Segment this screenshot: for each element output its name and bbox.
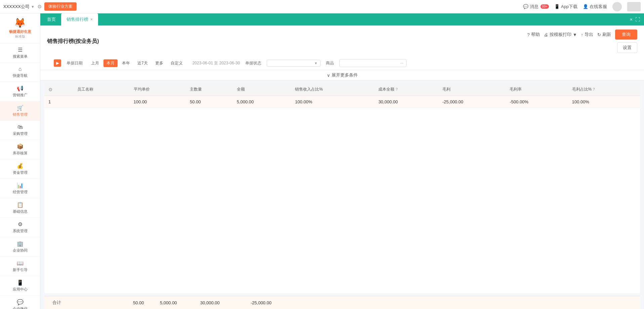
date-btn-custom[interactable]: 自定义 [168, 59, 186, 67]
sidebar-label-wechat: 企业微信 [13, 306, 28, 309]
status-label: 单据状态 [245, 60, 261, 66]
date-btn-7days[interactable]: 近7天 [134, 59, 151, 67]
sidebar-label-corp: 企业协同 [13, 248, 28, 253]
date-btn-more[interactable]: 更多 [152, 59, 166, 67]
sidebar-label-sales: 销售管理 [13, 112, 28, 117]
tab-maximize-icon[interactable]: ⛶ [635, 17, 640, 22]
sidebar-item-basic[interactable]: 📋 基础信息 [0, 198, 40, 218]
logo-icon: 🦊 [14, 17, 26, 29]
trial-button[interactable]: 体验行业方案 [44, 2, 77, 11]
sidebar-item-marketing[interactable]: 📢 营销推广 [0, 82, 40, 101]
page-header: 销售排行榜(按业务员) ? 帮助 🖨 按模板打印 ▼ [40, 25, 644, 70]
help-button[interactable]: ? 帮助 [527, 32, 540, 38]
goods-input[interactable]: ··· [339, 59, 406, 67]
sales-icon: 🛒 [17, 105, 24, 111]
sidebar-item-system[interactable]: ⚙ 系统管理 [0, 218, 40, 237]
finance-icon: 💰 [17, 163, 24, 169]
sidebar-item-corp[interactable]: 🏢 企业协同 [0, 237, 40, 257]
sidebar-logo: 🦊 畅捷通好生意 标准版 [0, 13, 40, 43]
col-avg-price: 平均单价 [130, 83, 186, 96]
date-btn-this-year[interactable]: 本年 [119, 59, 133, 67]
col-qty: 主数量 [186, 83, 233, 96]
message-button[interactable]: 💬 消息 99+ [523, 4, 549, 10]
sidebar-item-purchase[interactable]: 🛍 采购管理 [0, 121, 40, 140]
guide-icon: 📖 [17, 260, 24, 266]
cell-cost: 30,000.00 [374, 96, 438, 108]
sidebar-item-operation[interactable]: 📊 经营管理 [0, 179, 40, 198]
filter-toggle-btn[interactable]: ▶ [54, 59, 61, 67]
top-bar: XXXXXX公司 ▼ ⚙ 体验行业方案 💬 消息 99+ 📱 App下载 👤 在… [0, 0, 644, 13]
date-btn-this-month[interactable]: 本月 [103, 59, 118, 67]
gross-pct-help-icon[interactable]: ? [593, 87, 595, 91]
logo-sub: 标准版 [15, 34, 25, 39]
print-icon: 🖨 [544, 32, 548, 37]
avatar[interactable] [612, 2, 622, 11]
date-range: 2023-06-01 至 2023-06-30 [192, 60, 240, 66]
help-icon: ? [527, 32, 529, 37]
col-settings-icon[interactable]: ⚙ [48, 87, 53, 92]
status-select[interactable]: ▼ [267, 60, 320, 67]
cell-avg-price: 100.00 [130, 96, 186, 108]
sidebar-item-finance[interactable]: 💰 资金管理 [0, 159, 40, 179]
sidebar-label-search: 搜索菜单 [13, 54, 28, 59]
message-icon: 💬 [523, 4, 528, 9]
settings-button[interactable]: 设置 [617, 42, 637, 53]
refresh-icon: ↻ [597, 32, 601, 37]
home-icon: ⌂ [18, 66, 22, 72]
content-area: 首页 销售排行榜 × × ⛶ 销售排行榜(按业务员) ? [40, 13, 644, 309]
company-settings-icon[interactable]: ⚙ [37, 4, 42, 10]
data-table: ⚙ 员工名称 平均单价 主数量 全额 销售收入占比% 成本全额 ? 毛利 毛利率… [44, 83, 640, 108]
sidebar-label-finance: 资金管理 [13, 170, 28, 175]
goods-more-icon[interactable]: ··· [400, 61, 403, 65]
print-button[interactable]: 🖨 按模板打印 ▼ [544, 32, 577, 38]
purchase-icon: 🛍 [17, 124, 23, 130]
query-button[interactable]: 查询 [615, 30, 637, 40]
sidebar-item-apps[interactable]: 📱 应用中心 [0, 276, 40, 296]
main-layout: 🦊 畅捷通好生意 标准版 ☰ 搜索菜单 ⌂ 快捷导航 📢 营销推广 🛒 销售管理… [0, 13, 644, 309]
print-chevron-icon: ▼ [573, 32, 577, 37]
cell-qty: 50.00 [186, 96, 233, 108]
sidebar-label-purchase: 采购管理 [13, 131, 28, 136]
tab-close-icon[interactable]: × [90, 17, 93, 22]
company-name: XXXXXX公司 [3, 4, 30, 10]
sidebar-item-wechat[interactable]: 💬 企业微信 [0, 296, 40, 309]
expand-button[interactable]: ∨ 展开更多条件 [327, 72, 358, 78]
col-amount: 全额 [233, 83, 291, 96]
app-download-button[interactable]: 📱 App下载 [554, 4, 577, 10]
company-selector[interactable]: XXXXXX公司 ▼ [3, 4, 35, 10]
tab-home-label: 首页 [47, 16, 56, 22]
sidebar-label-quick: 快捷导航 [13, 73, 28, 78]
sidebar-label-operation: 经营管理 [13, 190, 28, 195]
cost-help-icon[interactable]: ? [396, 87, 398, 91]
filter-row: ▶ 单据日期 上月 本月 本年 近7天 更多 自定义 2023-06-01 至 … [47, 56, 637, 70]
search-menu-icon: ☰ [18, 47, 23, 53]
wechat-icon: 💬 [17, 299, 24, 305]
col-gross: 毛利 [438, 83, 506, 96]
expand-row[interactable]: ∨ 展开更多条件 [40, 70, 644, 81]
company-chevron-icon: ▼ [31, 5, 35, 9]
cell-gross-pct: 100.00% [568, 96, 640, 108]
tab-home[interactable]: 首页 [42, 13, 61, 25]
refresh-button[interactable]: ↻ 刷新 [597, 32, 611, 38]
tab-minimize-icon[interactable]: × [630, 17, 633, 22]
sidebar-item-sales[interactable]: 🛒 销售管理 [0, 101, 40, 121]
inventory-icon: 📦 [17, 143, 24, 150]
sidebar-label-apps: 应用中心 [13, 287, 28, 292]
cell-gross-rate: -500.00% [506, 96, 568, 108]
marketing-icon: 📢 [17, 85, 24, 92]
footer-qty: 50.00 [129, 300, 156, 305]
footer-total-label: 合计 [48, 300, 129, 306]
sidebar-item-guide[interactable]: 📖 新手引导 [0, 257, 40, 276]
tab-sales-ranking[interactable]: 销售排行榜 × [61, 13, 98, 25]
export-button[interactable]: ↑ 导出 [581, 32, 594, 38]
footer-amount: 5,000.00 [156, 300, 196, 305]
sidebar-item-search[interactable]: ☰ 搜索菜单 [0, 43, 40, 63]
sidebar-item-inventory[interactable]: 📦 库存核算 [0, 140, 40, 159]
expand-chevron-icon: ∨ [327, 73, 330, 78]
service-icon: 👤 [583, 4, 588, 9]
sidebar-item-quick[interactable]: ⌂ 快捷导航 [0, 63, 40, 82]
online-service-button[interactable]: 👤 在线客服 [583, 4, 607, 10]
date-btn-last-month[interactable]: 上月 [88, 59, 102, 67]
cell-gross: -25,000.00 [438, 96, 506, 108]
basic-icon: 📋 [17, 202, 24, 208]
